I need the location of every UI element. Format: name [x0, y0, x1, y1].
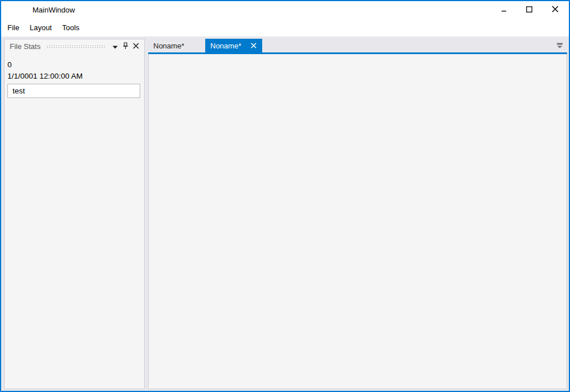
main-window: MainWindow File Layout Tools: [0, 0, 570, 392]
close-icon: [251, 42, 256, 50]
pin-icon: [122, 42, 129, 51]
document-list-dropdown-button[interactable]: [553, 39, 566, 52]
pane-drag-grip[interactable]: [46, 45, 105, 48]
tab-strip-spacer: [262, 39, 553, 52]
file-stats-panel-header[interactable]: File Stats: [5, 39, 144, 54]
maximize-icon: [526, 6, 532, 14]
tab-close-button[interactable]: [249, 42, 258, 50]
window-title: MainWindow: [32, 6, 75, 14]
close-icon: [133, 42, 139, 51]
chevron-down-icon: [112, 42, 118, 51]
file-stats-panel-title: File Stats: [10, 42, 40, 51]
minimize-icon: [501, 6, 507, 14]
file-timestamp-value: 1/1/0001 12:00:00 AM: [7, 71, 140, 82]
menu-tools[interactable]: Tools: [57, 21, 84, 35]
window-controls: [491, 1, 568, 18]
close-button[interactable]: [542, 1, 568, 18]
document-tab-noname-2[interactable]: Noname*: [205, 39, 262, 52]
close-icon: [552, 6, 559, 14]
menu-layout[interactable]: Layout: [25, 21, 57, 35]
maximize-button[interactable]: [516, 1, 542, 18]
minimize-button[interactable]: [491, 1, 516, 18]
document-tab-noname-1[interactable]: Noname*: [148, 39, 205, 52]
tab-label: Noname*: [210, 42, 247, 50]
tab-label: Noname*: [153, 42, 201, 50]
title-bar: MainWindow: [1, 1, 569, 18]
document-pane: Noname* Noname*: [148, 39, 567, 389]
file-count-value: 0: [7, 59, 140, 71]
file-stats-panel-body: 0 1/1/0001 12:00:00 AM: [5, 54, 144, 98]
document-list-dropdown-icon: [556, 42, 564, 50]
menu-bar: File Layout Tools: [1, 18, 569, 36]
pane-close-button[interactable]: [131, 42, 140, 51]
dock-area: File Stats: [1, 36, 569, 391]
document-content[interactable]: [148, 54, 567, 389]
file-stats-panel: File Stats: [4, 39, 145, 389]
file-stats-text-input[interactable]: [7, 84, 140, 98]
pane-pin-button[interactable]: [121, 42, 130, 51]
menu-file[interactable]: File: [2, 21, 25, 35]
document-tab-strip: Noname* Noname*: [148, 39, 567, 52]
pane-menu-button[interactable]: [111, 42, 120, 51]
